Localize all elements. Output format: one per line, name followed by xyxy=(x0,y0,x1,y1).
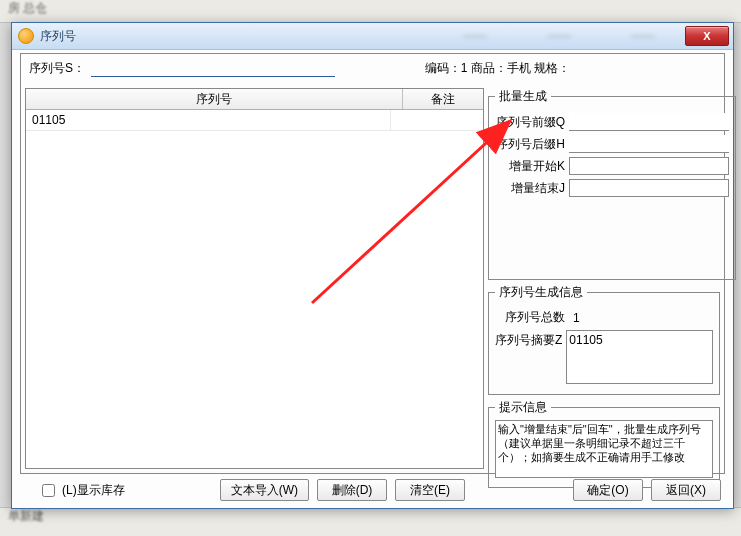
suffix-label: 序列号后缀H xyxy=(495,136,565,153)
start-label: 增量开始K xyxy=(495,158,565,175)
summary-textarea[interactable] xyxy=(566,330,713,384)
col-remark[interactable]: 备注 xyxy=(403,89,483,109)
blurred-tab-2: —— xyxy=(547,29,571,43)
app-icon xyxy=(18,28,34,44)
prefix-label: 序列号前缀Q xyxy=(495,114,565,131)
product-info-text: 编码：1 商品：手机 规格： xyxy=(425,60,570,77)
batch-generate-group: 批量生成 序列号前缀Q 序列号后缀H 增量开始K 增量结束J xyxy=(488,88,736,280)
serial-number-dialog: 序列号 —— —— —— X 序列号S： 编码：1 商品：手机 规格： 序列号 … xyxy=(11,22,734,509)
end-label: 增量结束J xyxy=(495,180,565,197)
serial-input[interactable] xyxy=(91,60,335,77)
background-toolbar: 房 总仓 xyxy=(0,0,741,23)
blurred-tab-3: —— xyxy=(631,29,655,43)
left-column: 序列号 备注 01105 xyxy=(25,88,484,469)
prefix-input[interactable] xyxy=(569,113,729,131)
clear-button[interactable]: 清空(E) xyxy=(395,479,465,501)
grid-header: 序列号 备注 xyxy=(26,89,483,110)
right-column: 批量生成 序列号前缀Q 序列号后缀H 增量开始K 增量结束J xyxy=(488,88,720,469)
ok-button[interactable]: 确定(O) xyxy=(573,479,643,501)
titlebar[interactable]: 序列号 —— —— —— X xyxy=(12,23,733,50)
cell-remark[interactable] xyxy=(391,110,483,130)
dialog-body: 序列号S： 编码：1 商品：手机 规格： 序列号 备注 01105 xyxy=(20,53,725,474)
increment-start-input[interactable] xyxy=(569,157,729,175)
geninfo-legend: 序列号生成信息 xyxy=(495,284,587,301)
main-area: 序列号 备注 01105 批量生成 序列号前缀Q xyxy=(25,88,720,469)
bg-bottom-text: 单新建 xyxy=(8,509,44,523)
suffix-input[interactable] xyxy=(569,135,729,153)
import-text-button[interactable]: 文本导入(W) xyxy=(220,479,309,501)
close-button[interactable]: X xyxy=(685,26,729,46)
cell-serial[interactable]: 01105 xyxy=(26,110,391,130)
serial-grid[interactable]: 序列号 备注 01105 xyxy=(25,88,484,469)
col-serial[interactable]: 序列号 xyxy=(26,89,403,109)
delete-button[interactable]: 删除(D) xyxy=(317,479,387,501)
bg-toolbar-text: 房 总仓 xyxy=(8,1,47,15)
footer-bar: (L)显示库存 文本导入(W) 删除(D) 清空(E) 确定(O) 返回(X) xyxy=(20,478,725,502)
header-row: 序列号S： 编码：1 商品：手机 规格： xyxy=(21,54,724,81)
background-bottom: 单新建 xyxy=(0,507,741,536)
batch-legend: 批量生成 xyxy=(495,88,551,105)
blurred-tab-1: —— xyxy=(463,29,487,43)
show-stock-checkbox[interactable]: (L)显示库存 xyxy=(38,481,125,500)
gen-info-group: 序列号生成信息 序列号总数 1 序列号摘要Z xyxy=(488,284,720,395)
increment-end-input[interactable] xyxy=(569,179,729,197)
show-stock-check-input[interactable] xyxy=(42,484,55,497)
window-title: 序列号 xyxy=(40,28,433,45)
hint-legend: 提示信息 xyxy=(495,399,551,416)
hint-group: 提示信息 xyxy=(488,399,720,488)
hint-text xyxy=(495,420,713,478)
total-value: 1 xyxy=(569,311,713,325)
table-row[interactable]: 01105 xyxy=(26,110,483,131)
close-icon: X xyxy=(703,30,710,42)
back-button[interactable]: 返回(X) xyxy=(651,479,721,501)
show-stock-label: (L)显示库存 xyxy=(62,482,125,499)
serial-input-label: 序列号S： xyxy=(29,60,85,77)
summary-label: 序列号摘要Z xyxy=(495,330,562,349)
total-label: 序列号总数 xyxy=(495,309,565,326)
